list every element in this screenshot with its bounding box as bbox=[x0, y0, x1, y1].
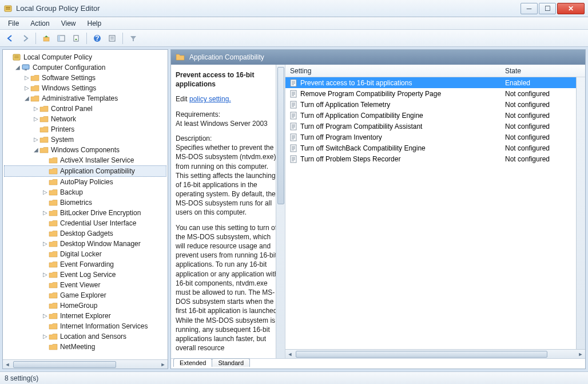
folder-icon bbox=[49, 332, 58, 341]
close-button[interactable]: ✕ bbox=[557, 3, 585, 14]
setting-row[interactable]: Turn off Application Compatibility Engin… bbox=[285, 110, 576, 121]
tab-extended[interactable]: Extended bbox=[173, 358, 212, 367]
menu-help[interactable]: Help bbox=[83, 18, 106, 29]
expander-icon[interactable]: ▷ bbox=[23, 83, 30, 93]
settings-v-scrollbar[interactable] bbox=[576, 77, 585, 349]
policy-icon bbox=[289, 78, 298, 88]
folder-icon bbox=[49, 270, 58, 279]
tree-node-system[interactable]: ▷System bbox=[4, 134, 166, 145]
tree-node-root[interactable]: Local Computer Policy bbox=[4, 52, 166, 62]
tree-h-scrollbar[interactable]: ◄ ► bbox=[3, 359, 168, 369]
tree-node-activex-installer-service[interactable]: ActiveX Installer Service bbox=[4, 155, 166, 165]
setting-row[interactable]: Turn off Program InventoryNot configured bbox=[285, 132, 576, 142]
setting-row[interactable]: Remove Program Compatibility Property Pa… bbox=[285, 88, 576, 99]
tree-node-windows-components[interactable]: ◢Windows Components bbox=[4, 145, 166, 155]
scroll-right-icon[interactable]: ► bbox=[158, 360, 168, 369]
tree-node-netmeeting[interactable]: NetMeeting bbox=[4, 342, 166, 352]
requirements-text: At least Windows Server 2003 bbox=[176, 120, 268, 128]
tree-node-administrative-templates[interactable]: ◢Administrative Templates bbox=[4, 93, 166, 104]
expander-icon[interactable]: ◢ bbox=[23, 93, 30, 104]
tree-node-location-and-sensors[interactable]: ▷Location and Sensors bbox=[4, 331, 166, 342]
expander-icon[interactable]: ◢ bbox=[14, 62, 21, 73]
scroll-thumb[interactable] bbox=[296, 351, 547, 358]
folder-icon bbox=[49, 250, 58, 259]
tree-node-internet-explorer[interactable]: ▷Internet Explorer bbox=[4, 311, 166, 321]
expander-icon[interactable]: ▷ bbox=[33, 104, 39, 114]
tree-node-desktop-window-manager[interactable]: ▷Desktop Window Manager bbox=[4, 239, 166, 249]
filter-button[interactable] bbox=[126, 31, 140, 45]
tree-node-printers[interactable]: Printers bbox=[4, 124, 166, 134]
settings-h-scrollbar[interactable]: ◄ ► bbox=[285, 349, 585, 358]
scroll-left-icon[interactable]: ◄ bbox=[3, 360, 12, 369]
scroll-thumb[interactable] bbox=[13, 361, 116, 368]
tree-node-biometrics[interactable]: Biometrics bbox=[4, 197, 166, 208]
tree-node-label: Credential User Interface bbox=[60, 218, 136, 228]
svg-rect-1 bbox=[6, 7, 10, 8]
description-v-scrollbar[interactable] bbox=[276, 65, 285, 358]
settings-list-body[interactable]: Prevent access to 16-bit applicationsEna… bbox=[285, 77, 576, 349]
expander-icon[interactable]: ▷ bbox=[42, 311, 49, 321]
expander-icon[interactable]: ▷ bbox=[33, 114, 39, 124]
menu-view[interactable]: View bbox=[57, 18, 81, 29]
tree-node-computer-configuration[interactable]: ◢Computer Configuration bbox=[4, 62, 166, 73]
expander-icon[interactable]: ▷ bbox=[42, 208, 49, 218]
tree-node-control-panel[interactable]: ▷Control Panel bbox=[4, 104, 166, 114]
expander-icon[interactable]: ▷ bbox=[42, 187, 49, 197]
expander-icon[interactable]: ▷ bbox=[42, 331, 49, 342]
scroll-thumb[interactable] bbox=[277, 67, 284, 204]
properties-button[interactable] bbox=[105, 31, 119, 45]
expander-icon[interactable]: ▷ bbox=[33, 134, 39, 145]
tree-node-network[interactable]: ▷Network bbox=[4, 114, 166, 124]
tree-node-event-log-service[interactable]: ▷Event Log Service bbox=[4, 270, 166, 280]
tree-node-game-explorer[interactable]: Game Explorer bbox=[4, 290, 166, 300]
tree-node-desktop-gadgets[interactable]: Desktop Gadgets bbox=[4, 228, 166, 239]
up-button[interactable] bbox=[39, 31, 53, 45]
details-panel: Application Compatibility Prevent access… bbox=[170, 49, 586, 369]
setting-row[interactable]: Turn off Application TelemetryNot config… bbox=[285, 99, 576, 110]
tree-scroll-area[interactable]: Local Computer Policy◢Computer Configura… bbox=[3, 50, 168, 359]
tree-node-event-forwarding[interactable]: Event Forwarding bbox=[4, 259, 166, 270]
tree-node-autoplay-policies[interactable]: AutoPlay Policies bbox=[4, 177, 166, 187]
tree-node-label: Biometrics bbox=[60, 197, 92, 208]
menu-file[interactable]: File bbox=[3, 18, 23, 29]
tab-standard[interactable]: Standard bbox=[212, 358, 250, 367]
tree-node-internet-information-services[interactable]: Internet Information Services bbox=[4, 321, 166, 331]
setting-row[interactable]: Prevent access to 16-bit applicationsEna… bbox=[285, 77, 576, 88]
column-header-setting[interactable]: Setting bbox=[285, 67, 502, 75]
forward-button[interactable] bbox=[18, 31, 32, 45]
maximize-button[interactable]: ☐ bbox=[539, 3, 556, 14]
policy-icon bbox=[289, 100, 298, 109]
expander-icon[interactable]: ▷ bbox=[42, 270, 49, 280]
export-button[interactable] bbox=[69, 31, 83, 45]
edit-prefix: Edit bbox=[176, 95, 189, 103]
tree-node-digital-locker[interactable]: Digital Locker bbox=[4, 249, 166, 259]
svg-rect-47 bbox=[291, 145, 296, 152]
menu-action[interactable]: Action bbox=[26, 18, 54, 29]
tree-node-software-settings[interactable]: ▷Software Settings bbox=[4, 73, 166, 83]
tree-node-event-viewer[interactable]: Event Viewer bbox=[4, 280, 166, 290]
show-tree-button[interactable] bbox=[54, 31, 68, 45]
tree-node-bitlocker-drive-encryption[interactable]: ▷BitLocker Drive Encryption bbox=[4, 208, 166, 218]
tree-node-application-compatibility[interactable]: Application Compatibility bbox=[4, 165, 166, 177]
edit-policy-link[interactable]: policy setting. bbox=[189, 95, 231, 103]
expander-icon[interactable]: ▷ bbox=[42, 239, 49, 249]
svg-rect-2 bbox=[6, 9, 10, 10]
settings-list-header: Setting State bbox=[285, 65, 585, 77]
column-header-state[interactable]: State bbox=[502, 67, 576, 75]
setting-row[interactable]: Turn off SwitchBack Compatibility Engine… bbox=[285, 142, 576, 153]
setting-row[interactable]: Turn off Problem Steps RecorderNot confi… bbox=[285, 153, 576, 164]
expander-icon[interactable]: ◢ bbox=[33, 145, 39, 155]
tree-node-label: Internet Information Services bbox=[60, 321, 148, 331]
setting-row[interactable]: Turn off Program Compatibility Assistant… bbox=[285, 121, 576, 132]
tree-node-homegroup[interactable]: HomeGroup bbox=[4, 300, 166, 311]
help-button[interactable]: ? bbox=[90, 31, 104, 45]
minimize-button[interactable]: ─ bbox=[521, 3, 538, 14]
tree-node-backup[interactable]: ▷Backup bbox=[4, 187, 166, 197]
expander-icon[interactable]: ▷ bbox=[23, 73, 30, 83]
back-button[interactable] bbox=[3, 31, 17, 45]
tree-node-windows-settings[interactable]: ▷Windows Settings bbox=[4, 83, 166, 93]
svg-rect-17 bbox=[291, 80, 296, 86]
scroll-right-icon[interactable]: ► bbox=[576, 350, 585, 358]
tree-node-credential-user-interface[interactable]: Credential User Interface bbox=[4, 218, 166, 228]
scroll-left-icon[interactable]: ◄ bbox=[285, 350, 295, 358]
